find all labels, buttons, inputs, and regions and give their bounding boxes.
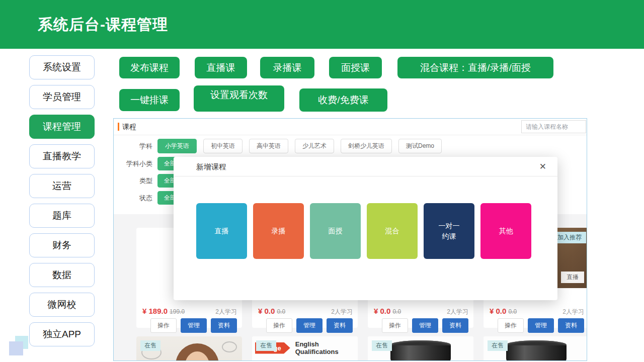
course-card-5: 在售: [136, 336, 242, 361]
course-thumbnail-banner: bridge English Qualifications 在售: [252, 336, 358, 361]
students-count: 2人学习: [562, 308, 584, 316]
tile-label: 面授: [329, 226, 343, 236]
modal-title: 新增课程: [196, 162, 226, 172]
type-tile-recorded[interactable]: 录播: [253, 203, 304, 259]
fee-free-course-button[interactable]: 收费/免费课: [299, 88, 387, 112]
tile-label: 混合: [385, 226, 399, 236]
recorded-course-button[interactable]: 录播课: [260, 57, 314, 78]
price-row: ¥ 189.0199.0 2人学习: [142, 307, 237, 317]
cylinder-graphic: [506, 340, 567, 361]
material-button[interactable]: 资料: [558, 318, 584, 333]
course-original-price: 0.0: [277, 308, 285, 315]
app-header: 系统后台-课程管理: [0, 0, 644, 49]
join-recommend-button[interactable]: 加入推荐: [553, 232, 586, 243]
search-input[interactable]: [521, 120, 586, 133]
material-button[interactable]: 资料: [442, 318, 468, 333]
panel-header: 课程: [114, 119, 587, 135]
sidebar-item-micro-school[interactable]: 微网校: [29, 293, 95, 317]
one-click-schedule-button[interactable]: 一键排课: [119, 89, 180, 111]
course-type-tiles: 直播 录播 面授 混合 一对一 约课 其他: [196, 203, 531, 259]
type-tile-one-on-one[interactable]: 一对一 约课: [424, 203, 474, 259]
course-card-7: 在售: [368, 336, 473, 361]
offline-course-button[interactable]: 面授课: [329, 57, 382, 78]
subject-chip-kids-art[interactable]: 少儿艺术: [295, 139, 334, 153]
sidebar-item-question-bank[interactable]: 题库: [29, 204, 95, 228]
operate-button[interactable]: 操作: [150, 318, 177, 333]
decor-square-blue: [9, 341, 23, 355]
sidebar-item-operations[interactable]: 运营: [29, 174, 95, 198]
course-price: ¥ 189.0: [142, 307, 168, 315]
tile-label: 直播: [215, 226, 229, 236]
accent-bar: [118, 123, 119, 131]
mixed-course-button[interactable]: 混合课程：直播/录播/面授: [397, 57, 553, 78]
course-thumbnail-object: 在售: [484, 336, 587, 361]
subject-chip-cambridge-kids[interactable]: 剑桥少儿英语: [341, 139, 392, 153]
subject-label: 学科: [114, 142, 152, 151]
sidebar-item-standalone-app[interactable]: 独立APP: [29, 322, 95, 346]
subject-chip-senior-english[interactable]: 高中英语: [249, 139, 288, 153]
course-original-price: 0.0: [392, 308, 401, 315]
sidebar-item-data[interactable]: 数据: [29, 263, 95, 287]
price-row: ¥ 0.00.0 2人学习: [490, 307, 584, 317]
subject-chip-test-demo[interactable]: 测试Demo: [398, 139, 442, 153]
page-title: 系统后台-课程管理: [38, 14, 168, 35]
panel-title: 课程: [122, 123, 136, 132]
manage-button[interactable]: 管理: [528, 318, 554, 333]
operate-button[interactable]: 操作: [498, 318, 524, 333]
operate-button[interactable]: 操作: [382, 318, 408, 333]
tile-label: 一对一: [439, 221, 460, 231]
live-tag: 直播: [561, 272, 584, 283]
tile-label-line2: 约课: [442, 231, 456, 242]
subject-chip-primary-english[interactable]: 小学英语: [157, 139, 197, 153]
live-course-button[interactable]: 直播课: [195, 57, 247, 78]
on-sale-badge: 在售: [372, 340, 392, 351]
sidebar-item-student-mgmt[interactable]: 学员管理: [29, 85, 95, 109]
course-original-price: 199.0: [170, 308, 185, 315]
filter-row-subcategory: 学科小类 全部: [114, 157, 183, 170]
material-button[interactable]: 资料: [211, 318, 237, 333]
on-sale-badge: 在售: [140, 340, 160, 351]
on-sale-badge: 在售: [256, 340, 276, 351]
filter-row-status: 状态 全部: [114, 191, 183, 205]
price-row: ¥ 0.00.0 2人学习: [374, 307, 468, 317]
sidebar-item-finance[interactable]: 财务: [29, 233, 95, 257]
manage-button[interactable]: 管理: [296, 318, 323, 333]
price-row: ¥ 0.00.0 2人学习: [258, 307, 353, 317]
close-icon[interactable]: ✕: [539, 161, 546, 172]
type-tile-mixed[interactable]: 混合: [367, 203, 418, 259]
course-price: ¥ 0.0: [490, 307, 506, 315]
type-tile-other[interactable]: 其他: [480, 203, 531, 259]
course-price: ¥ 0.0: [374, 307, 390, 315]
type-label: 类型: [114, 176, 152, 186]
operate-button[interactable]: 操作: [266, 318, 292, 333]
type-tile-live[interactable]: 直播: [196, 203, 247, 259]
type-tile-offline[interactable]: 面授: [310, 203, 361, 259]
sidebar-item-course-mgmt[interactable]: 课程管理: [29, 115, 95, 139]
sidebar-item-system-settings[interactable]: 系统设置: [29, 55, 95, 79]
filter-row-type: 类型 全部: [114, 174, 183, 188]
students-count: 2人学习: [215, 308, 237, 316]
watch-limit-button[interactable]: 设置观看次数: [194, 85, 284, 112]
subcategory-label: 学科小类: [114, 159, 152, 168]
course-thumbnail-object: 在售: [368, 336, 473, 361]
course-card-8: 在售: [484, 336, 587, 361]
course-original-price: 0.0: [508, 308, 517, 315]
filter-row-subject: 学科 小学英语 初中英语 高中英语 少儿艺术 剑桥少儿英语 测试Demo: [114, 139, 442, 153]
banner-text: English Qualifications: [295, 340, 358, 355]
status-label: 状态: [114, 194, 152, 203]
sidebar-nav: 系统设置 学员管理 课程管理 直播教学 运营 题库 财务 数据 微网校 独立AP…: [29, 55, 95, 346]
course-card-6: bridge English Qualifications 在售: [252, 336, 358, 361]
course-thumbnail-photo: 在售: [136, 336, 242, 361]
sidebar-item-live-teaching[interactable]: 直播教学: [29, 144, 95, 168]
students-count: 2人学习: [331, 308, 353, 316]
modal-header: 新增课程 ✕: [174, 157, 557, 176]
subject-chip-junior-english[interactable]: 初中英语: [203, 139, 243, 153]
manage-button[interactable]: 管理: [412, 318, 438, 333]
publish-course-button[interactable]: 发布课程: [119, 57, 180, 78]
students-count: 2人学习: [447, 308, 468, 316]
manage-button[interactable]: 管理: [181, 318, 207, 333]
on-sale-badge: 在售: [488, 340, 508, 351]
new-course-modal: 新增课程 ✕ 直播 录播 面授 混合 一对一 约课 其他: [174, 157, 557, 300]
material-button[interactable]: 资料: [327, 318, 353, 333]
cylinder-graphic: [390, 340, 451, 361]
